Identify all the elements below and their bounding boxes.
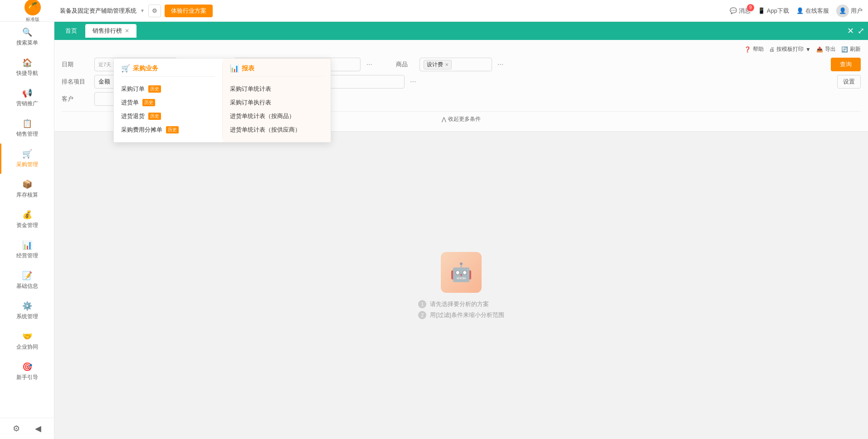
logo-icon: 🍊 <box>24 0 41 15</box>
sidebar-item-guide[interactable]: 🎯 新手引导 <box>0 356 54 387</box>
user-button[interactable]: 👤 用户 <box>836 5 863 17</box>
online-service-button[interactable]: 👤 在线客服 <box>796 7 829 15</box>
tab-resize-button[interactable]: ⤢ <box>858 26 864 36</box>
operations-icon: 📊 <box>22 240 32 250</box>
sidebar-bottom: ⚙ ◀ <box>0 418 54 439</box>
service-icon: 👤 <box>796 7 804 14</box>
menu-item-purchase-order-exec[interactable]: 采购订单执行表 <box>230 96 324 109</box>
inbound-badge: 历史 <box>142 99 155 106</box>
sidebar-item-finance[interactable]: 💰 资金管理 <box>0 204 54 235</box>
logo-area: 🍊 标准版 <box>5 0 60 23</box>
sidebar-collapse-icon[interactable]: ◀ <box>35 424 41 434</box>
menu-item-purchase-order[interactable]: 采购订单 历史 <box>121 82 215 96</box>
avatar: 👤 <box>836 5 849 17</box>
sidebar-item-purchase[interactable]: 🛒 采购管理 <box>0 143 54 174</box>
sidebar-item-operations[interactable]: 📊 经营管理 <box>0 235 54 265</box>
cooperation-icon: 🤝 <box>22 331 32 341</box>
sales-icon: 📋 <box>22 118 32 128</box>
inbound-return-badge: 历史 <box>148 113 161 120</box>
messages-button[interactable]: 💬 消息 9 <box>730 7 751 15</box>
tab-bar: 首页 销售排行榜 ✕ ✕ ⤢ <box>54 22 868 40</box>
menu-item-inbound[interactable]: 进货单 历史 <box>121 96 215 109</box>
search-icon: 🔍 <box>22 27 32 37</box>
sidebar-item-inventory[interactable]: 📦 库存核算 <box>0 174 54 204</box>
tab-sales-rank[interactable]: 销售排行榜 ✕ <box>85 24 137 38</box>
top-bar-center: 装备及固定资产辅助管理系统 ▼ ⚙ 体验行业方案 <box>60 5 730 17</box>
menu-section-purchase: 🛒 采购业务 采购订单 历史 进货单 历史 进货退货 历史 <box>114 59 222 142</box>
settings-icon[interactable]: ⚙ <box>148 5 161 17</box>
page-content: ❓ 帮助 🖨 按模板打印 ▼ 📤 导出 🔄 刷新 <box>54 40 868 439</box>
tab-close-icon[interactable]: ✕ <box>125 28 129 34</box>
menu-item-inbound-stat-supplier[interactable]: 进货单统计表（按供应商） <box>230 123 324 137</box>
sidebar-item-basic-info[interactable]: 📝 基础信息 <box>0 265 54 296</box>
guide-icon: 🎯 <box>22 362 32 372</box>
top-bar: 🍊 标准版 装备及固定资产辅助管理系统 ▼ ⚙ 体验行业方案 💬 消息 9 📱 … <box>0 0 868 22</box>
marketing-icon: 📢 <box>22 88 32 98</box>
dropdown-menu: 🛒 采购业务 采购订单 历史 进货单 历史 进货退货 历史 <box>113 58 331 143</box>
content-area: 首页 销售排行榜 ✕ ✕ ⤢ ❓ 帮助 🖨 <box>54 22 868 439</box>
purchase-cost-badge: 历史 <box>166 126 179 133</box>
dropdown-arrow-icon[interactable]: ▼ <box>140 8 145 13</box>
sidebar-item-system[interactable]: ⚙️ 系统管理 <box>0 296 54 326</box>
report-menu-icon: 📊 <box>230 64 239 73</box>
menu-item-purchase-cost[interactable]: 采购费用分摊单 历史 <box>121 123 215 137</box>
tab-home[interactable]: 首页 <box>58 24 84 38</box>
inventory-icon: 📦 <box>22 179 32 189</box>
system-title: 装备及固定资产辅助管理系统 <box>60 7 137 15</box>
app-download-button[interactable]: 📱 App下载 <box>758 7 789 15</box>
basic-info-icon: 📝 <box>22 271 32 281</box>
message-badge: 9 <box>747 4 754 11</box>
finance-icon: 💰 <box>22 210 32 220</box>
menu-item-inbound-stat-goods[interactable]: 进货单统计表（按商品） <box>230 109 324 123</box>
top-bar-right: 💬 消息 9 📱 App下载 👤 在线客服 👤 用户 <box>730 5 863 17</box>
purchase-icon: 🛒 <box>22 149 32 159</box>
purchase-order-badge: 历史 <box>148 85 161 93</box>
sidebar-settings-icon[interactable]: ⚙ <box>13 424 20 434</box>
sidebar-item-sales[interactable]: 📋 销售管理 <box>0 113 54 143</box>
sidebar-item-search[interactable]: 🔍 搜索菜单 <box>0 22 54 52</box>
sidebar-item-cooperation[interactable]: 🤝 企业协同 <box>0 326 54 356</box>
main-layout: 🔍 搜索菜单 🏠 快捷导航 📢 营销推广 📋 销售管理 🛒 采购管理 📦 库存核… <box>0 22 868 439</box>
menu-section-report: 📊 报表 采购订单统计表 采购订单执行表 进货单统计表（按商品） 进货单统计表（… <box>223 59 331 142</box>
phone-icon: 📱 <box>758 7 765 14</box>
sidebar-item-marketing[interactable]: 📢 营销推广 <box>0 83 54 113</box>
message-icon: 💬 <box>730 7 737 14</box>
sidebar-item-quick-nav[interactable]: 🏠 快捷导航 <box>0 52 54 83</box>
industry-button[interactable]: 体验行业方案 <box>165 5 213 17</box>
menu-item-purchase-order-stat[interactable]: 采购订单统计表 <box>230 82 324 96</box>
menu-section-purchase-title: 🛒 采购业务 <box>121 64 215 77</box>
menu-section-report-title: 📊 报表 <box>230 64 324 77</box>
system-icon: ⚙️ <box>22 301 32 311</box>
purchase-menu-icon: 🛒 <box>121 64 130 73</box>
home-icon: 🏠 <box>22 58 32 68</box>
tab-bar-actions: ✕ ⤢ <box>847 26 864 36</box>
tab-close-button[interactable]: ✕ <box>847 26 854 36</box>
menu-item-inbound-return[interactable]: 进货退货 历史 <box>121 109 215 123</box>
sidebar: 🔍 搜索菜单 🏠 快捷导航 📢 营销推广 📋 销售管理 🛒 采购管理 📦 库存核… <box>0 22 54 439</box>
